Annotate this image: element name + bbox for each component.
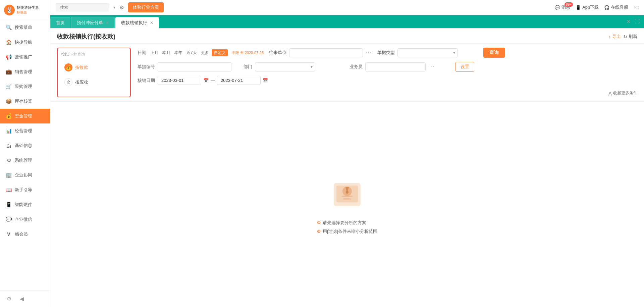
sidebar-item-finance[interactable]: 💰 资金管理: [0, 109, 50, 123]
filter-option-by-receipt[interactable]: 💰 按收款: [61, 61, 127, 74]
calendar-start-icon[interactable]: 📅: [203, 78, 209, 83]
member-icon: V: [5, 231, 12, 238]
sidebar-item-system[interactable]: ⚙ 系统管理: [0, 153, 50, 168]
date-this-month[interactable]: 本月: [161, 49, 172, 56]
tab-close-icon[interactable]: ✕: [106, 20, 109, 25]
sidebar-item-label: 新手引导: [15, 187, 32, 193]
sidebar-item-label: 搜索菜单: [15, 24, 32, 31]
online-service-button[interactable]: 🎧 在线客服: [604, 4, 628, 10]
sidebar-item-label: 资金管理: [15, 113, 32, 119]
query-button[interactable]: 查询: [483, 48, 505, 58]
sidebar-item-hardware[interactable]: 📱 智能硬件: [0, 197, 50, 212]
sidebar-item-wechat[interactable]: 💬 企业微信: [0, 212, 50, 227]
filter-option-by-receivable[interactable]: ⏱ 按应收: [61, 75, 127, 89]
date-last-month[interactable]: 上月: [149, 49, 160, 56]
date-unlimited-text: 不限 至 2023-07-26: [232, 50, 264, 55]
setting-button[interactable]: 设置: [455, 62, 474, 72]
staff-more-icon[interactable]: ···: [428, 64, 435, 70]
sidebar-item-marketing[interactable]: 📢 营销推广: [0, 50, 50, 64]
sidebar-item-operations[interactable]: 📊 经营管理: [0, 123, 50, 138]
verify-date-start-input[interactable]: [158, 76, 201, 85]
chevron-down-icon[interactable]: ▾: [113, 5, 115, 10]
receipt-option-icon: 💰: [64, 63, 72, 71]
sidebar-item-guide[interactable]: 📖 新手引导: [0, 183, 50, 197]
date-7days[interactable]: 近7天: [185, 49, 198, 56]
bill-type-field: 单据类型 ▾: [377, 48, 478, 57]
staff-input[interactable]: [365, 62, 426, 71]
sidebar-item-member[interactable]: V 畅会员: [0, 227, 50, 242]
collapse-filter-button[interactable]: ⋀ 收起更多条件: [608, 90, 637, 96]
sidebar-item-enterprise-collab[interactable]: 🏢 企业协同: [0, 168, 50, 183]
page-title: 收款核销执行(按收款): [57, 33, 115, 41]
collapse-icon: ⋀: [608, 91, 612, 96]
page-actions: ↑ 导出 ↻ 刷新: [609, 34, 638, 40]
verify-date-field: 核销日期 📅 — 📅: [138, 76, 268, 85]
bill-type-select-wrapper: ▾: [397, 48, 458, 57]
wechat-icon: 💬: [5, 216, 12, 223]
topbar: ▾ ⚙ 体验行业方案 💬 消息 99+ 📱 App下载 🎧 在线客服 Rit: [50, 0, 644, 15]
topbar-gear-icon[interactable]: ⚙: [119, 4, 124, 11]
svg-rect-3: [342, 196, 353, 197]
app-download-button[interactable]: 📱 App下载: [576, 4, 599, 10]
date-custom[interactable]: 自定义: [212, 49, 228, 56]
page-content: 收款核销执行(按收款) ↑ 导出 ↻ 刷新 按以下方查询 💰 按收款: [50, 29, 644, 307]
industry-solution-button[interactable]: 体验行业方案: [128, 2, 164, 12]
date-more[interactable]: 更多: [200, 49, 210, 56]
sidebar-item-inventory[interactable]: 📦 库存核算: [0, 94, 50, 109]
sidebar-item-sales[interactable]: 💼 销售管理: [0, 64, 50, 79]
export-button[interactable]: ↑ 导出: [609, 34, 621, 40]
collab-icon: 🏢: [5, 172, 12, 178]
service-icon: 🎧: [604, 5, 609, 10]
app-icon: 📱: [576, 5, 581, 10]
tab-home[interactable]: 首页: [50, 17, 70, 29]
collapse-sidebar-button[interactable]: ◀: [17, 294, 27, 304]
guide-icon: 📖: [5, 187, 12, 193]
date-this-year[interactable]: 本年: [173, 49, 184, 56]
verify-date-label: 核销日期: [138, 78, 155, 84]
partner-input[interactable]: [289, 48, 363, 57]
sidebar-item-quick-nav[interactable]: 🏠 快捷导航: [0, 35, 50, 50]
collapse-label: 收起更多条件: [613, 90, 637, 96]
dept-select[interactable]: [255, 62, 315, 71]
maximize-button[interactable]: ⛶: [633, 17, 641, 26]
system-icon: ⚙: [5, 157, 12, 164]
topbar-search-input[interactable]: [56, 3, 109, 11]
sidebar-item-purchase[interactable]: 🛒 采购管理: [0, 79, 50, 94]
svg-point-6: [346, 191, 348, 194]
bill-no-input[interactable]: [158, 62, 231, 71]
sidebar-item-label: 智能硬件: [15, 202, 32, 208]
verify-date-end-input[interactable]: [217, 76, 261, 85]
sidebar-item-search[interactable]: 🔍 搜索菜单: [0, 20, 50, 35]
calendar-end-icon[interactable]: 📅: [263, 78, 268, 83]
message-button[interactable]: 💬 消息 99+: [555, 4, 570, 10]
refresh-icon: ↻: [624, 34, 627, 39]
settings-icon[interactable]: ⚙: [4, 294, 14, 304]
marketing-icon: 📢: [5, 54, 12, 60]
tab-close-active-icon[interactable]: ✕: [150, 20, 153, 25]
tab-receipt-verify[interactable]: 收款核销执行 ✕: [115, 17, 159, 29]
operations-icon: 📊: [5, 127, 12, 134]
sales-icon: 💼: [5, 68, 12, 75]
sidebar: 🐰 畅捷通好生意 标准版 🔍 搜索菜单 🏠 快捷导航 📢 营销推广 💼 销售管理…: [0, 0, 50, 307]
sidebar-item-label: 销售管理: [15, 69, 32, 75]
app-edition: 标准版: [17, 10, 39, 15]
filter-panel-title: 按以下方查询: [61, 52, 127, 57]
bill-type-select[interactable]: [397, 48, 458, 57]
logo-icon: 🐰: [4, 5, 15, 15]
tab-prepay[interactable]: 预付冲应付单 ✕: [71, 17, 115, 28]
user-name: Rit: [634, 5, 639, 10]
topbar-right: 💬 消息 99+ 📱 App下载 🎧 在线客服 Rit: [555, 4, 639, 10]
sidebar-item-basic-info[interactable]: 🗂 基础信息: [0, 138, 50, 153]
sidebar-item-label: 营销推广: [15, 54, 32, 60]
main-area: ▾ ⚙ 体验行业方案 💬 消息 99+ 📱 App下载 🎧 在线客服 Rit 首…: [50, 0, 644, 307]
filter-fields: 日期 上月 本月 本年 近7天 更多 自定义 不限 至 2023-07-26: [138, 48, 637, 97]
receivable-option-icon: ⏱: [64, 78, 72, 86]
empty-tip-1: ① 请先选择要分析的方案: [317, 218, 377, 227]
app-download-label: App下载: [582, 4, 599, 10]
close-tab-button[interactable]: ✕: [625, 17, 632, 26]
sidebar-item-label: 库存核算: [15, 98, 32, 104]
refresh-button[interactable]: ↻ 刷新: [624, 34, 637, 40]
dept-label: 部门: [244, 64, 252, 70]
sidebar-item-label: 系统管理: [15, 157, 32, 163]
partner-more-icon[interactable]: ···: [366, 50, 372, 56]
